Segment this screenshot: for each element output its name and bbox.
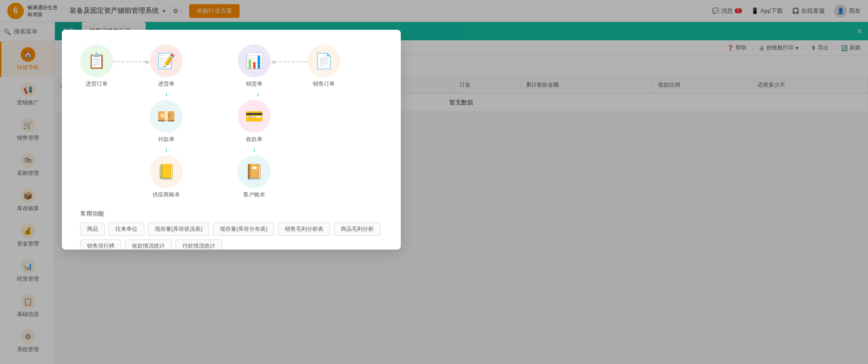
payment-bill-label: 付款单 [158,136,175,143]
supplier-ledger-node[interactable]: 📒 供应商账本 [150,155,183,199]
purchase-bill-label: 进货单 [158,80,175,88]
receipt-bill-node[interactable]: 💳 收款单 [238,100,271,143]
purchase-order-label: 进货订单 [86,80,108,88]
payment-bill-node[interactable]: 💴 付款单 [150,100,183,143]
purchase-bill-circle: 📝 [150,44,183,77]
sales-order-circle: 📄 [307,44,340,77]
customer-ledger-node[interactable]: 📔 客户账本 [238,155,271,199]
flow-middle-arrows: ↓ ↓ [80,90,382,98]
flow-diagram-container: 📋 进货订单 ▶ 📝 进货单 📊 销货单 [80,44,382,250]
modal-overlay[interactable]: 📋 进货订单 ▶ 📝 进货单 📊 销货单 [0,0,868,364]
cf-title: 常用功能 [80,210,382,218]
receipt-bill-label: 收款单 [246,136,262,143]
receipt-bill-circle: 💳 [238,100,271,133]
cf-btn-counterparty[interactable]: 往来单位 [109,223,144,236]
purchase-order-node[interactable]: 📋 进货订单 [80,44,113,88]
cf-buttons-row2: 销售排行榜 收款情况统计 付款情况统计 [80,239,382,250]
supplier-ledger-circle: 📒 [150,155,183,188]
common-functions: 常用功能 商品 往来单位 现存量(库存状况表) 现存量(库存分布表) 销售毛利分… [80,210,382,250]
flow-top-row: 📋 进货订单 ▶ 📝 进货单 📊 销货单 [80,44,382,88]
purchase-order-circle: 📋 [80,44,113,77]
cf-btn-product-margin[interactable]: 商品毛利分析 [334,223,381,236]
cf-btn-sales-margin[interactable]: 销售毛利分析表 [278,223,330,236]
cf-btn-receipt-stats[interactable]: 收款情况统计 [125,239,172,250]
cf-btn-payment-stats[interactable]: 付款情况统计 [175,239,222,250]
arrow-purchase-order-to-bill: ▶ [113,59,150,74]
flow-third-row: 📒 供应商账本 📔 客户账本 [80,155,382,199]
customer-ledger-circle: 📔 [238,155,271,188]
sales-bill-label: 销货单 [246,80,262,88]
cf-btn-sales-rank[interactable]: 销售排行榜 [80,239,121,250]
sales-bill-circle: 📊 [238,44,271,77]
customer-ledger-label: 客户账本 [243,191,265,199]
cf-btn-stock-dist[interactable]: 现存量(库存分布表) [213,223,274,236]
cf-buttons-row1: 商品 往来单位 现存量(库存状况表) 现存量(库存分布表) 销售毛利分析表 商品… [80,223,382,236]
cf-btn-product[interactable]: 商品 [80,223,105,236]
flow-bottom-arrows: ↓ ↓ [80,145,382,153]
arrow-sales-order-to-bill: ◀ [271,59,307,74]
payment-bill-circle: 💴 [150,100,183,133]
modal-box: 📋 进货订单 ▶ 📝 进货单 📊 销货单 [62,30,401,250]
sales-order-node[interactable]: 📄 销售订单 [307,44,340,88]
cf-btn-stock-status[interactable]: 现存量(库存状况表) [148,223,209,236]
sales-bill-node[interactable]: 📊 销货单 [238,44,271,88]
supplier-ledger-label: 供应商账本 [153,191,180,199]
sales-order-label: 销售订单 [313,80,335,88]
flow-second-row: 💴 付款单 💳 收款单 [80,100,382,143]
purchase-bill-node[interactable]: 📝 进货单 [150,44,183,88]
